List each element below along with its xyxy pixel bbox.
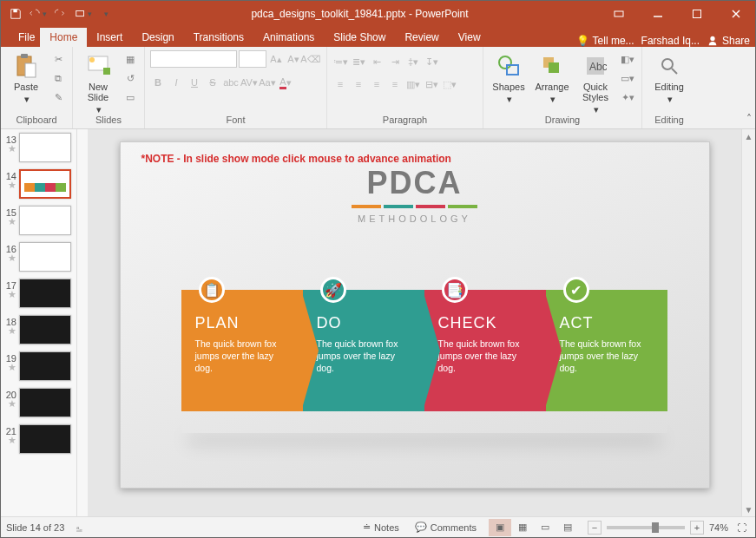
thumbnail-row[interactable]: 13★ bbox=[3, 133, 75, 162]
char-spacing-button[interactable]: AV▾ bbox=[241, 75, 257, 90]
cut-button[interactable]: ✂ bbox=[49, 50, 67, 68]
maximize-button[interactable] bbox=[677, 1, 716, 26]
bullets-button[interactable]: ≔▾ bbox=[332, 54, 348, 69]
line-spacing-button[interactable]: ‡▾ bbox=[405, 54, 421, 69]
notes-button[interactable]: ≐ Notes bbox=[359, 522, 403, 533]
minimize-button[interactable] bbox=[638, 1, 677, 26]
slideshow-view-button[interactable]: ▤ bbox=[556, 519, 579, 536]
thumbnail[interactable] bbox=[19, 169, 71, 199]
thumbnail-row[interactable]: 20★ bbox=[3, 388, 75, 417]
align-text-button[interactable]: ⊟▾ bbox=[424, 76, 439, 92]
thumbnail-row[interactable]: 19★ bbox=[3, 351, 75, 381]
copy-button[interactable]: ⧉ bbox=[49, 69, 67, 87]
thumbnail[interactable] bbox=[19, 206, 71, 235]
thumbnail-row[interactable]: 15★ bbox=[3, 206, 75, 235]
increase-font-button[interactable]: A▴ bbox=[268, 51, 284, 67]
layout-button[interactable]: ▦ bbox=[122, 50, 139, 68]
editing-button[interactable]: Editing▾ bbox=[648, 50, 691, 104]
thumbnail-row[interactable]: 14★ bbox=[3, 169, 75, 199]
text-direction-button[interactable]: ↧▾ bbox=[424, 54, 439, 69]
quick-styles-button[interactable]: Abc Quick Styles▾ bbox=[575, 50, 615, 115]
clear-formatting-button[interactable]: A⌫ bbox=[303, 51, 319, 67]
align-left-button[interactable]: ≡ bbox=[332, 76, 348, 92]
zoom-out-button[interactable]: − bbox=[588, 521, 602, 535]
scroll-up-button[interactable]: ▲ bbox=[742, 129, 755, 143]
columns-button[interactable]: ▥▾ bbox=[405, 76, 421, 92]
vertical-scrollbar[interactable]: ▲ ▼ bbox=[741, 129, 755, 516]
tab-animations[interactable]: Animations bbox=[253, 28, 324, 47]
tab-view[interactable]: View bbox=[449, 28, 490, 47]
shape-fill-button[interactable]: ◧▾ bbox=[619, 50, 636, 68]
align-center-button[interactable]: ≡ bbox=[351, 76, 366, 92]
underline-button[interactable]: U bbox=[187, 75, 202, 90]
reset-button[interactable]: ↺ bbox=[122, 69, 139, 87]
tab-file[interactable]: File bbox=[13, 28, 40, 47]
normal-view-button[interactable]: ▣ bbox=[489, 519, 511, 536]
thumbnail[interactable] bbox=[19, 242, 71, 272]
paste-button[interactable]: Paste▾ bbox=[6, 50, 46, 104]
font-size-input[interactable] bbox=[239, 50, 266, 68]
increase-indent-button[interactable]: ⇥ bbox=[387, 54, 403, 69]
tell-me-search[interactable]: 💡 Tell me... bbox=[576, 35, 634, 47]
shapes-button[interactable]: Shapes▾ bbox=[489, 50, 529, 104]
redo-button[interactable] bbox=[51, 5, 70, 23]
decrease-indent-button[interactable]: ⇤ bbox=[369, 54, 385, 69]
spellcheck-button[interactable]: ⎁ bbox=[73, 522, 86, 533]
ribbon-options-button[interactable] bbox=[599, 1, 638, 26]
italic-button[interactable]: I bbox=[168, 75, 184, 90]
shadow-button[interactable]: abc bbox=[223, 75, 239, 90]
tab-review[interactable]: Review bbox=[395, 28, 448, 47]
zoom-in-button[interactable]: + bbox=[690, 521, 704, 535]
thumbnail-row[interactable]: 16★ bbox=[3, 242, 75, 272]
thumbnail-row[interactable]: 18★ bbox=[3, 315, 75, 344]
save-button[interactable] bbox=[6, 5, 25, 23]
reading-view-button[interactable]: ▭ bbox=[534, 519, 556, 536]
close-button[interactable] bbox=[716, 1, 755, 26]
font-name-input[interactable] bbox=[150, 50, 237, 68]
zoom-level[interactable]: 74% bbox=[709, 522, 728, 533]
change-case-button[interactable]: Aa▾ bbox=[260, 75, 275, 90]
slide[interactable]: *NOTE - In slide show mode click mouse t… bbox=[120, 141, 710, 489]
thumbnail[interactable] bbox=[19, 133, 71, 162]
thumbnail[interactable] bbox=[19, 388, 71, 417]
thumbnail-row[interactable]: 21★ bbox=[3, 424, 75, 454]
thumbnail[interactable] bbox=[19, 424, 71, 454]
shape-outline-button[interactable]: ▭▾ bbox=[619, 69, 636, 87]
thumbnail[interactable] bbox=[19, 351, 71, 381]
tab-home[interactable]: Home bbox=[40, 28, 87, 47]
thumbnail[interactable] bbox=[19, 315, 71, 344]
zoom-slider[interactable] bbox=[607, 526, 685, 529]
tab-slideshow[interactable]: Slide Show bbox=[324, 28, 395, 47]
justify-button[interactable]: ≡ bbox=[387, 76, 403, 92]
scroll-down-button[interactable]: ▼ bbox=[742, 502, 755, 516]
bold-button[interactable]: B bbox=[150, 75, 166, 90]
comments-button[interactable]: 💬 Comments bbox=[411, 522, 480, 533]
shape-effects-button[interactable]: ✦▾ bbox=[619, 89, 636, 106]
thumbnail-row[interactable]: 17★ bbox=[3, 279, 75, 308]
section-button[interactable]: ▭ bbox=[122, 89, 139, 106]
tab-insert[interactable]: Insert bbox=[87, 28, 132, 47]
zoom-slider-thumb[interactable] bbox=[652, 522, 659, 533]
format-painter-button[interactable]: ✎ bbox=[49, 89, 67, 106]
share-button[interactable]: Share bbox=[707, 35, 750, 47]
thumbnail[interactable] bbox=[19, 279, 71, 308]
user-name[interactable]: Farshad Iq... bbox=[641, 35, 700, 47]
collapse-ribbon-button[interactable]: ˄ bbox=[746, 113, 752, 125]
tab-transitions[interactable]: Transitions bbox=[184, 28, 253, 47]
decrease-font-button[interactable]: A▾ bbox=[286, 51, 301, 67]
start-from-beginning-button[interactable]: ▾ bbox=[74, 5, 93, 23]
numbering-button[interactable]: ≣▾ bbox=[351, 54, 366, 69]
align-right-button[interactable]: ≡ bbox=[369, 76, 385, 92]
sorter-view-button[interactable]: ▦ bbox=[511, 519, 534, 536]
tab-design[interactable]: Design bbox=[132, 28, 183, 47]
smartart-button[interactable]: ⬚▾ bbox=[442, 76, 457, 92]
slide-counter[interactable]: Slide 14 of 23 bbox=[6, 522, 64, 533]
thumbnail-scroll[interactable]: 13★14★15★16★17★18★19★20★21★ bbox=[1, 129, 76, 516]
strikethrough-button[interactable]: S bbox=[205, 75, 220, 90]
arrange-button[interactable]: Arrange▾ bbox=[532, 50, 572, 104]
new-slide-button[interactable]: New Slide▾ bbox=[78, 50, 118, 115]
qat-customize-button[interactable]: ▾ bbox=[96, 5, 115, 23]
fit-to-window-button[interactable]: ⛶ bbox=[733, 522, 750, 533]
font-color-button[interactable]: A▾ bbox=[278, 75, 293, 90]
undo-button[interactable]: ▾ bbox=[29, 5, 48, 23]
